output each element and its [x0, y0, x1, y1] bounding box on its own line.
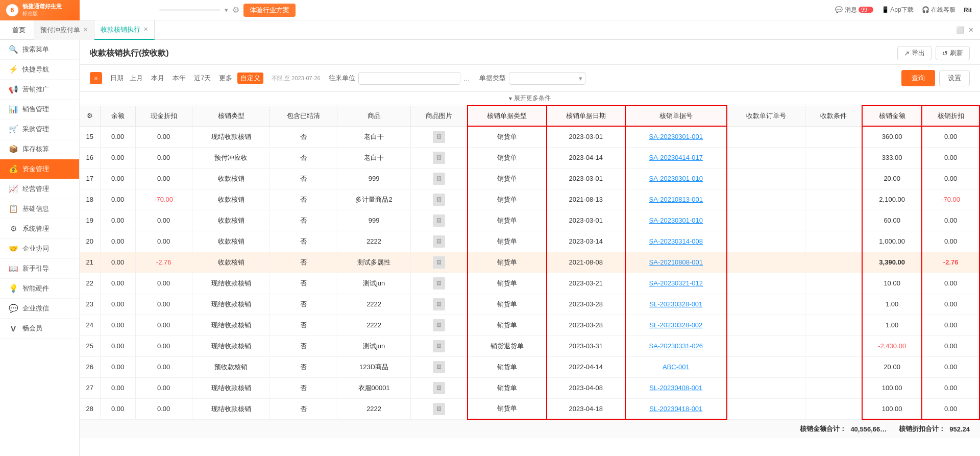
doc-no-cell[interactable]: SA-20210813-001 — [625, 189, 727, 210]
tab-writeoff-close[interactable]: ✕ — [143, 26, 148, 33]
search-icon: 🔍 — [8, 45, 18, 54]
sidebar-item-operation[interactable]: 📈 经营管理 — [0, 179, 79, 199]
goods-img-cell: 🖼 — [410, 210, 468, 231]
date-range-display: 不限 至 2023-07-26 — [272, 75, 320, 82]
doc-no-cell[interactable]: SA-20210808-001 — [625, 252, 727, 273]
cash-discount-cell: 0.00 — [135, 168, 192, 189]
tab-prepay-close[interactable]: ✕ — [83, 27, 88, 33]
date-custom[interactable]: 自定义 — [237, 73, 263, 84]
doc-no-cell[interactable]: SA-20230301-001 — [625, 126, 727, 147]
receipt-order-cell — [727, 273, 805, 294]
messages-btn[interactable]: 💬 消息 99+ — [835, 6, 873, 14]
date-last-month[interactable]: 上月 — [127, 73, 146, 84]
row-num: 22 — [80, 273, 100, 294]
writeoff-discount-cell: 0.00 — [922, 356, 979, 377]
total-amount-footer: 核销金额合计： 40,556,66… — [800, 424, 887, 434]
online-service-btn[interactable]: 🎧 在线客服 — [922, 6, 955, 14]
sidebar-item-purchase[interactable]: 🛒 采购管理 — [0, 119, 79, 139]
receipt-order-cell — [727, 147, 805, 168]
total-amount-label: 核销金额合计： — [800, 424, 846, 434]
row-num: 28 — [80, 398, 100, 419]
sidebar-item-finance[interactable]: 💰 资金管理 — [0, 159, 79, 179]
expand-conditions-btn[interactable]: ▾ 展开更多条件 — [509, 94, 551, 103]
operation-icon: 📈 — [8, 184, 18, 194]
row-num: 18 — [80, 189, 100, 210]
sidebar-item-quicknav[interactable]: ⚡ 快捷导航 — [0, 60, 79, 80]
tab-prepay[interactable]: 预付冲应付单 ✕ — [34, 20, 94, 40]
date-this-month[interactable]: 本月 — [148, 73, 167, 84]
total-discount-value: 952.24 — [949, 425, 970, 433]
partner-input[interactable] — [358, 72, 460, 85]
refresh-button[interactable]: ↺ 刷新 — [936, 46, 970, 60]
sidebar-item-collab[interactable]: 🤝 企业协同 — [0, 239, 79, 259]
date-more[interactable]: 更多 — [216, 73, 235, 84]
doc-no-cell[interactable]: SA-20230414-017 — [625, 147, 727, 168]
writeoff-type-cell: 现结收款核销 — [192, 377, 270, 398]
partner-dots[interactable]: … — [463, 75, 471, 82]
sidebar-item-hardware[interactable]: 💡 智能硬件 — [0, 279, 79, 299]
goods-cell: 2222 — [337, 315, 411, 335]
doc-no-cell[interactable]: SA-20230301-010 — [625, 168, 727, 189]
tab-expand-icon[interactable]: ⬜ — [956, 26, 964, 34]
tab-close-all-icon[interactable]: ✕ — [968, 26, 974, 34]
writeoff-type-cell: 现结收款核销 — [192, 126, 270, 147]
table-row: 220.000.00现结收款核销否测试jun🖼销货单2023-03-21SA-2… — [80, 273, 979, 294]
sidebar-item-wechat[interactable]: 💬 企业微信 — [0, 299, 79, 319]
goods-img-cell: 🖼 — [410, 231, 468, 252]
tab-writeoff[interactable]: 收款核销执行 ✕ — [94, 20, 155, 40]
main-layout: 🔍 搜索菜单 ⚡ 快捷导航 📢 营销推广 📊 销售管理 🛒 采购管理 📦 — [0, 40, 980, 456]
doc-type-cell: 销货单 — [468, 189, 546, 210]
payment-cond-cell — [805, 398, 862, 419]
company-selector[interactable] — [159, 9, 220, 11]
column-settings-icon[interactable]: ⚙ — [87, 112, 93, 119]
setting-button[interactable]: 设置 — [939, 70, 970, 86]
row-num: 19 — [80, 210, 100, 231]
doc-date-cell: 2023-04-14 — [547, 147, 625, 168]
export-button[interactable]: ↗ 导出 — [897, 46, 932, 60]
doc-no-cell[interactable]: SL-20230418-001 — [625, 398, 727, 419]
row-num: 16 — [80, 147, 100, 168]
cash-discount-cell: 0.00 — [135, 294, 192, 315]
doc-no-cell[interactable]: SA-20230314-008 — [625, 231, 727, 252]
doc-no-cell[interactable]: SL-20230408-001 — [625, 377, 727, 398]
doc-no-cell[interactable]: SL-20230328-002 — [625, 315, 727, 335]
writeoff-type-cell: 现结收款核销 — [192, 273, 270, 294]
cash-discount-cell: 0.00 — [135, 398, 192, 419]
user-label[interactable]: Rit — [964, 7, 972, 14]
payment-cond-cell — [805, 168, 862, 189]
tab-home[interactable]: 首页 — [4, 20, 34, 40]
sidebar-item-guide[interactable]: 📖 新手引导 — [0, 259, 79, 279]
chevron-down-icon[interactable]: ▾ — [225, 6, 228, 14]
doc-no-cell[interactable]: ABC-001 — [625, 356, 727, 377]
sidebar-item-system[interactable]: ⚙ 系统管理 — [0, 219, 79, 239]
voucher-type-select[interactable]: 销货单 销货退货单 — [509, 72, 585, 85]
table-row: 210.00-2.76收款核销否测试多属性🖼销货单2021-08-08SA-20… — [80, 252, 979, 273]
doc-no-cell[interactable]: SA-20230321-012 — [625, 273, 727, 294]
app-download-btn[interactable]: 📱 App下载 — [881, 6, 914, 14]
query-button[interactable]: 查询 — [901, 70, 935, 86]
doc-no-cell[interactable]: SA-20230331-026 — [625, 335, 727, 356]
doc-no-cell[interactable]: SA-20230301-010 — [625, 210, 727, 231]
writeoff-type-cell: 现结收款核销 — [192, 335, 270, 356]
total-discount-footer: 核销折扣合计： 952.24 — [899, 424, 970, 434]
sidebar-item-basic[interactable]: 📋 基础信息 — [0, 199, 79, 219]
sidebar-item-marketing[interactable]: 📢 营销推广 — [0, 80, 79, 100]
payment-cond-cell — [805, 356, 862, 377]
sidebar-item-member[interactable]: V 畅会员 — [0, 319, 79, 339]
date-this-year[interactable]: 本年 — [169, 73, 189, 84]
sidebar-item-inventory[interactable]: 📦 库存核算 — [0, 139, 79, 159]
date-7days[interactable]: 近7天 — [191, 73, 214, 84]
payment-cond-cell — [805, 252, 862, 273]
writeoff-discount-cell: 0.00 — [922, 147, 979, 168]
collab-icon: 🤝 — [8, 244, 18, 253]
filter-toggle-btn[interactable]: » — [90, 72, 102, 84]
table-row: 160.000.00预付冲应收否老白干🖼销货单2023-04-14SA-2023… — [80, 147, 979, 168]
gear-icon[interactable]: ⚙ — [232, 5, 239, 15]
industry-btn[interactable]: 体验行业方案 — [243, 4, 296, 17]
goods-cell: 2222 — [337, 398, 411, 419]
th-settings[interactable]: ⚙ — [80, 106, 100, 126]
has-settled-cell: 否 — [270, 168, 337, 189]
doc-no-cell[interactable]: SL-20230328-001 — [625, 294, 727, 315]
sidebar-item-search[interactable]: 🔍 搜索菜单 — [0, 40, 79, 60]
sidebar-item-sales[interactable]: 📊 销售管理 — [0, 100, 79, 119]
